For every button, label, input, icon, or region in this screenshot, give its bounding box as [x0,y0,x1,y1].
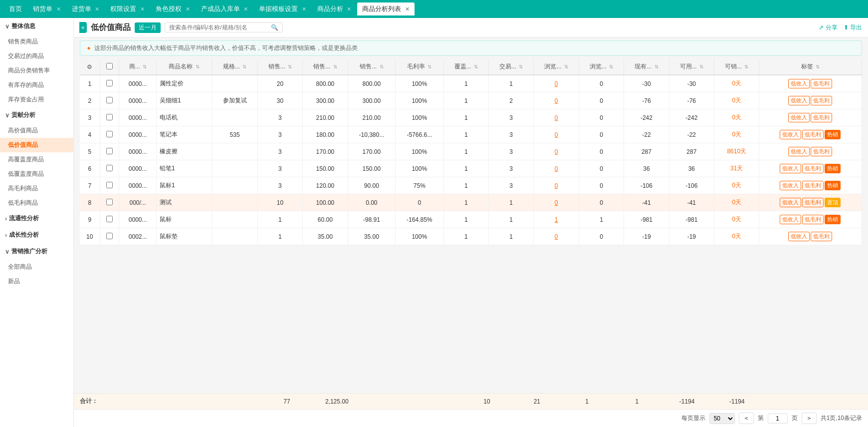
col-spec[interactable]: 规格... ⇅ [212,59,257,75]
col-browse1[interactable]: 浏览... ⇅ [534,59,579,75]
search-icon[interactable]: 🔍 [271,24,278,31]
col-name[interactable]: 商品名称 ⇅ [156,59,212,75]
select-all-checkbox[interactable] [106,63,113,69]
close-icon[interactable]: ✕ [56,6,61,12]
nav-sales-order[interactable]: 销货单 ✕ [28,2,66,15]
col-sale1[interactable]: 销售... ⇅ [257,59,302,75]
close-icon[interactable]: ✕ [405,6,410,12]
row-select-checkbox[interactable] [106,165,113,171]
export-button[interactable]: ⬆ 导出 [844,23,862,32]
close-icon[interactable]: ✕ [95,6,99,12]
sidebar-group-marketing[interactable]: ∨ 营销推广分析 [0,243,73,260]
col-sale3[interactable]: 销售... ⇅ [348,59,395,75]
row-checkbox[interactable] [100,126,119,143]
sidebar-item-high-margin[interactable]: 高毛利商品 [0,181,73,196]
row-checkbox[interactable] [100,92,119,109]
col-stock3[interactable]: 可销... ⇅ [714,59,759,75]
close-icon[interactable]: ✕ [140,6,145,12]
row-select-checkbox[interactable] [106,114,113,120]
row-browse1[interactable]: 0 [534,160,579,177]
browse-link[interactable]: 0 [555,182,558,189]
browse-link[interactable]: 0 [555,233,558,240]
sidebar-group-liquidity[interactable]: › 流通性分析 [0,210,73,227]
row-select-checkbox[interactable] [106,80,113,86]
sidebar-item-all-products[interactable]: 全部商品 [0,260,73,274]
row-select-checkbox[interactable] [106,199,113,205]
row-browse1[interactable]: 0 [534,126,579,143]
row-checkbox[interactable] [100,75,119,92]
row-browse1[interactable]: 1 [534,211,579,228]
row-select-checkbox[interactable] [106,182,113,188]
browse-link[interactable]: 0 [555,131,558,138]
row-select-checkbox[interactable] [106,131,113,137]
close-icon[interactable]: ✕ [347,6,351,12]
sidebar-group-overall[interactable]: ∨ 整体信息 [0,18,73,34]
row-browse1[interactable]: 0 [534,75,579,92]
row-browse1[interactable]: 0 [534,92,579,109]
col-tags[interactable]: 标签 ⇅ [759,59,862,75]
row-checkbox[interactable] [100,194,119,211]
sidebar-item-sales-products[interactable]: 销售类商品 [0,34,73,49]
browse-link[interactable]: 0 [555,80,558,87]
row-select-checkbox[interactable] [106,216,113,222]
sidebar-group-growth[interactable]: › 成长性分析 [0,227,73,243]
nav-home[interactable]: 首页 [4,2,27,15]
share-button[interactable]: ⇗ 分享 [819,23,837,32]
col-checkbox[interactable] [100,59,119,75]
nav-product-inbound[interactable]: 产成品入库单 ✕ [196,2,253,15]
col-coverage[interactable]: 覆盖... ⇅ [443,59,488,75]
page-input[interactable] [768,414,788,424]
row-select-checkbox[interactable] [106,97,113,103]
sidebar-item-high-value[interactable]: 高价值商品 [0,123,73,138]
sidebar-item-high-coverage[interactable]: 高覆盖度商品 [0,152,73,167]
filter-badge[interactable]: 近一月 [135,22,161,33]
sidebar-group-contribution[interactable]: ∨ 贡献分析 [0,107,73,123]
browse-link[interactable]: 0 [555,97,558,104]
row-checkbox[interactable] [100,211,119,228]
row-checkbox[interactable] [100,160,119,177]
row-checkbox[interactable] [100,143,119,160]
sidebar-item-low-coverage[interactable]: 低覆盖度商品 [0,167,73,181]
sidebar-item-new-products[interactable]: 新品 [0,274,73,289]
sidebar-item-traded-products[interactable]: 交易过的商品 [0,49,73,63]
collapse-sidebar-button[interactable]: « [79,22,87,33]
col-browse2[interactable]: 浏览... ⇅ [579,59,624,75]
col-settings[interactable]: ⚙ [80,59,100,75]
next-page-button[interactable]: ＞ [802,413,817,424]
row-browse1[interactable]: 0 [534,177,579,194]
row-browse1[interactable]: 0 [534,194,579,211]
sidebar-item-stock-capital[interactable]: 库存资金占用 [0,92,73,107]
row-checkbox[interactable] [100,177,119,194]
col-stock2[interactable]: 可用... ⇅ [669,59,714,75]
col-code[interactable]: 商... ⇅ [119,59,156,75]
row-select-checkbox[interactable] [106,148,113,154]
close-icon[interactable]: ✕ [243,6,248,12]
nav-product-analysis[interactable]: 商品分析 ✕ [312,2,357,15]
browse-link[interactable]: 0 [555,148,558,155]
row-checkbox[interactable] [100,109,119,126]
prev-page-button[interactable]: ＜ [739,413,754,424]
close-icon[interactable]: ✕ [186,6,190,12]
nav-purchase-order[interactable]: 进货单 ✕ [67,2,105,15]
browse-link[interactable]: 0 [555,165,558,172]
sidebar-item-low-margin[interactable]: 低毛利商品 [0,196,73,210]
row-browse1[interactable]: 0 [534,228,579,245]
nav-template-settings[interactable]: 单据模板设置 ✕ [254,2,311,15]
sidebar-item-low-value[interactable]: 低价值商品 [0,138,73,152]
col-trade[interactable]: 交易... ⇅ [488,59,533,75]
browse-link[interactable]: 0 [555,114,558,121]
nav-product-analysis-list[interactable]: 商品分析列表 ✕ [357,2,415,15]
col-margin[interactable]: 毛利率 ⇅ [396,59,443,75]
close-icon[interactable]: ✕ [302,6,306,12]
col-sale2[interactable]: 销售... ⇅ [303,59,348,75]
nav-permission-settings[interactable]: 权限设置 ✕ [105,2,150,15]
per-page-select[interactable]: 50 100 200 [709,413,735,424]
sidebar-item-stocked-products[interactable]: 有库存的商品 [0,78,73,92]
browse-link[interactable]: 0 [555,199,558,206]
col-stock1[interactable]: 现有... ⇅ [624,59,669,75]
browse-link[interactable]: 1 [555,216,558,223]
nav-role-auth[interactable]: 角色授权 ✕ [151,2,195,15]
row-checkbox[interactable] [100,228,119,245]
row-select-checkbox[interactable] [106,233,113,239]
search-input[interactable] [169,24,269,31]
